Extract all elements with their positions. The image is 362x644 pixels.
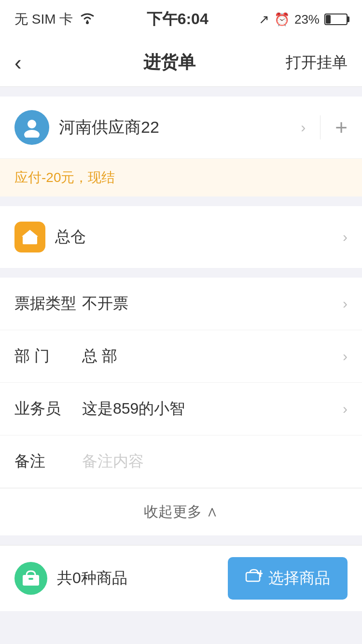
supplier-avatar [14,110,49,145]
product-icon-wrap [14,562,47,595]
product-count-label: 共0种商品 [57,568,228,589]
remark-label: 备注 [14,451,82,472]
supplier-section: 河南供应商22 › + 应付-20元，现结 [0,97,362,196]
invoice-type-label: 票据类型 [14,293,82,314]
department-label: 部 门 [14,346,82,367]
bottom-bar: 共0种商品 选择商品 [0,545,362,611]
select-product-icon [245,569,263,588]
form-section: 票据类型 不开票 › 部 门 总 部 › 业务员 这是859的小智 › 备注 备… [0,278,362,535]
gray-background [0,611,362,644]
divider-1 [0,196,362,206]
department-chevron-icon: › [343,348,348,364]
notice-row: 应付-20元，现结 [0,159,362,196]
warehouse-icon-wrap [14,222,45,252]
svg-rect-6 [28,578,33,580]
location-icon: ↗ [259,12,269,27]
collapse-button[interactable]: 收起更多 ∧ [144,502,218,522]
salesperson-row[interactable]: 业务员 这是859的小智 › [0,383,362,435]
notice-text: 应付-20元，现结 [14,170,115,185]
svg-point-2 [24,130,40,138]
invoice-type-row[interactable]: 票据类型 不开票 › [0,278,362,330]
supplier-chevron-icon: › [301,119,306,136]
page-title: 进货单 [143,51,195,74]
open-pending-button[interactable]: 打开挂单 [286,52,348,73]
divider-top [0,87,362,97]
product-icon [21,569,41,588]
wifi-icon [79,11,96,28]
carrier-label: 无 SIM 卡 [14,10,73,28]
add-supplier-button[interactable]: + [335,115,348,140]
remark-placeholder[interactable]: 备注内容 [82,451,348,472]
department-value: 总 部 [82,346,343,367]
status-left: 无 SIM 卡 [14,10,96,28]
department-row[interactable]: 部 门 总 部 › [0,330,362,383]
status-right: ↗ ⏰ 23% [259,12,348,27]
remark-row[interactable]: 备注 备注内容 [0,435,362,488]
svg-rect-3 [23,236,37,244]
warehouse-chevron-icon: › [343,229,348,245]
supplier-row[interactable]: 河南供应商22 › + [0,97,362,159]
svg-point-1 [28,120,36,128]
divider-3 [0,535,362,545]
vertical-divider [320,115,320,140]
nav-bar: ‹ 进货单 打开挂单 [0,39,362,87]
status-bar: 无 SIM 卡 下午6:04 ↗ ⏰ 23% [0,0,362,39]
select-product-label: 选择商品 [268,568,330,589]
svg-rect-5 [23,575,39,586]
warehouse-row[interactable]: 总仓 › [0,206,362,268]
battery-icon [324,14,348,25]
cart-icon [245,569,263,584]
svg-point-0 [86,21,89,24]
invoice-type-chevron-icon: › [343,295,348,312]
time-display: 下午6:04 [147,9,209,30]
supplier-name: 河南供应商22 [59,116,301,139]
invoice-type-value: 不开票 [82,293,343,314]
person-icon [22,117,42,138]
salesperson-value: 这是859的小智 [82,398,343,420]
collapse-row[interactable]: 收起更多 ∧ [0,488,362,535]
select-product-button[interactable]: 选择商品 [228,557,348,600]
battery-percent: 23% [294,12,320,27]
divider-2 [0,268,362,278]
salesperson-chevron-icon: › [343,401,348,417]
back-button[interactable]: ‹ [14,51,53,75]
alarm-icon: ⏰ [274,12,290,27]
svg-marker-4 [22,230,38,237]
warehouse-label: 总仓 [55,226,335,248]
warehouse-icon [21,228,39,246]
salesperson-label: 业务员 [14,398,82,420]
warehouse-section: 总仓 › [0,206,362,268]
